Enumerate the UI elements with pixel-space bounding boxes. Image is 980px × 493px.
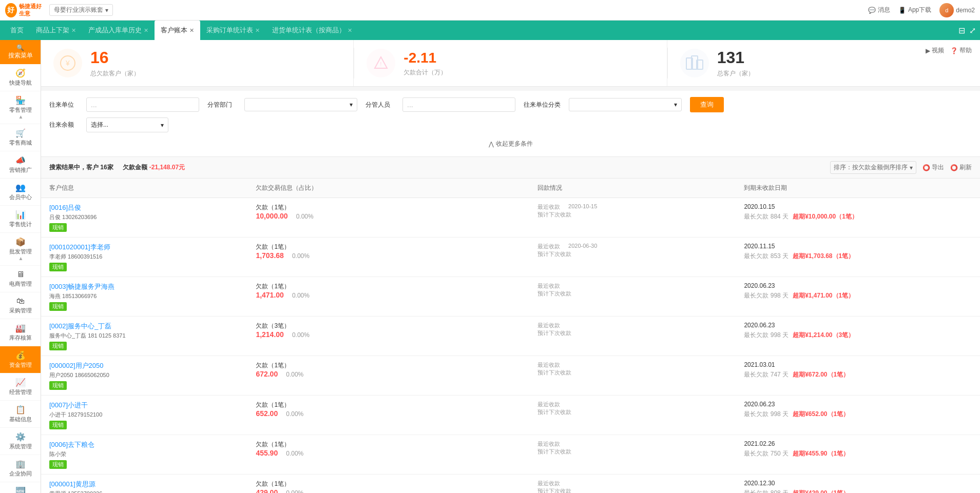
sidebar-item-retail-store[interactable]: 🛒 零售商城 <box>0 124 41 151</box>
debt-amount[interactable]: 429.00 <box>256 488 278 493</box>
customer-name[interactable]: [0003]畅捷服务尹海燕 <box>49 282 239 291</box>
debt-amount[interactable]: 652.00 <box>256 409 278 418</box>
sidebar-item-capital[interactable]: 💰 资金管理 <box>0 346 41 373</box>
sidebar-item-basic[interactable]: 📋 基础信息 <box>0 401 41 428</box>
help-link[interactable]: ❓ 帮助 <box>950 46 972 55</box>
customer-name[interactable]: [0001020001]李老师 <box>49 243 239 252</box>
overdue-amount[interactable]: 超期¥1,703.68（1笔） <box>793 252 854 261</box>
cell-payback: 最近收款 预计下次收款 <box>529 317 736 356</box>
tab-close-icon[interactable]: ✕ <box>255 27 260 34</box>
sort-select[interactable]: 排序：按欠款金额倒序排序 ▾ <box>830 161 916 174</box>
stat-content-1: 16 总欠款客户（家） <box>90 48 140 78</box>
video-link[interactable]: ▶ 视频 <box>926 46 944 55</box>
last-payment-label: 最近收款 <box>537 203 560 211</box>
last-payment-label: 最近收款 <box>537 480 560 487</box>
sidebar-item-guide[interactable]: 🆕 新手引导 <box>0 482 41 493</box>
total-debt-amount: -2.11 <box>403 50 447 66</box>
overdue-info: 最长欠款 747 天 超期¥672.00（1笔） <box>744 370 972 379</box>
customer-name[interactable]: [000001]黄思源 <box>49 480 239 489</box>
tab-home[interactable]: 首页 <box>4 21 30 40</box>
customer-tag: 现销 <box>49 421 67 429</box>
refresh-btn[interactable]: ⭕ 刷新 <box>950 163 972 172</box>
balance-select[interactable]: 选择... ▾ <box>86 117 168 132</box>
debt-amount[interactable]: 672.00 <box>256 370 278 378</box>
overdue-amount[interactable]: 超期¥672.00（1笔） <box>793 370 849 379</box>
query-button[interactable]: 查询 <box>690 97 724 112</box>
sidebar-search[interactable]: 🔍 搜索菜单 <box>0 40 41 64</box>
tab-purchase-stats[interactable]: 进货单统计表（按商品） ✕ <box>266 21 358 40</box>
chevron-down-icon: ▾ <box>674 101 677 108</box>
tab-production[interactable]: 产成品入库单历史 ✕ <box>82 21 155 40</box>
person-label: 分管人员 <box>366 101 394 109</box>
last-payment-date: 2020-10-15 <box>568 203 597 211</box>
col-customer-info: 客户信息 <box>41 179 247 198</box>
customer-name[interactable]: [0002]服务中心_丁磊 <box>49 322 239 331</box>
customer-name[interactable]: [000002]用户2050 <box>49 361 239 370</box>
debt-percent: 0.00% <box>296 213 314 220</box>
debt-amount[interactable]: 1,471.00 <box>256 291 284 299</box>
customer-phone: 小进干 18279152100 <box>49 411 239 419</box>
message-btn[interactable]: 💬 消息 <box>868 6 890 14</box>
debt-percent: 0.00% <box>292 331 310 339</box>
sidebar-item-system[interactable]: ⚙️ 系统管理 <box>0 428 41 455</box>
due-date: 2021.02.26 <box>744 440 972 447</box>
tab-close-icon[interactable]: ✕ <box>71 27 76 34</box>
customer-name[interactable]: [0016]吕俊 <box>49 203 239 212</box>
user-menu[interactable]: d demo2 <box>939 3 975 17</box>
next-payment-label: 预计下次收款 <box>537 290 727 298</box>
tab-close-icon[interactable]: ✕ <box>348 27 352 34</box>
shop-icon: 🏪 <box>15 95 26 105</box>
collapse-filter-btn[interactable]: ⋀ 收起更多条件 <box>49 137 972 150</box>
fullscreen-icon[interactable]: ⤢ <box>969 26 976 35</box>
overdue-amount[interactable]: 超期¥10,000.00（1笔） <box>793 212 858 221</box>
search-icon: 🔍 <box>3 44 37 51</box>
debt-amount[interactable]: 1,703.68 <box>256 251 284 260</box>
overdue-info: 最长欠款 998 天 超期¥1,214.00（3笔） <box>744 331 972 340</box>
table-row: [0007]小进干 小进干 18279152100 现销 欠款（1笔） 652.… <box>41 396 980 435</box>
overdue-amount[interactable]: 超期¥455.90（1笔） <box>793 449 849 458</box>
table-row: [0002]服务中心_丁磊 服务中心_丁磊 181 0125 8371 现销 欠… <box>41 317 980 356</box>
sidebar-item-retail-mgmt[interactable]: 🏪 零售管理 ▲ <box>0 91 41 124</box>
app-download-btn[interactable]: 📱 App下载 <box>898 6 931 14</box>
sidebar-item-member[interactable]: 👥 会员中心 <box>0 179 41 206</box>
tab-close-icon[interactable]: ✕ <box>144 27 148 34</box>
nav-actions: ⊟ ⤢ <box>958 26 976 35</box>
sidebar-item-purchase[interactable]: 🛍 采购管理 <box>0 292 41 319</box>
store-selector[interactable]: 母婴行业演示账套 ▾ <box>49 4 113 16</box>
person-input[interactable]: ... <box>402 97 515 112</box>
overdue-amount[interactable]: 超期¥1,471.00（1笔） <box>793 291 854 300</box>
sidebar-item-marketing[interactable]: 📣 营销推广 <box>0 151 41 179</box>
customer-name[interactable]: [0006]去下粮仓 <box>49 440 239 449</box>
sidebar-item-inventory[interactable]: 🏭 库存核算 <box>0 319 41 346</box>
debt-customer-count: 16 <box>90 48 140 67</box>
dept-select[interactable]: ▾ <box>244 98 357 111</box>
overdue-days: 最长欠款 884 天 <box>744 212 789 221</box>
debt-amount[interactable]: 1,214.00 <box>256 330 284 339</box>
from-unit-input[interactable]: ... <box>86 97 199 112</box>
unit-category-select[interactable]: ▾ <box>569 98 682 111</box>
debt-amount[interactable]: 455.90 <box>256 449 278 457</box>
tab-customer-account[interactable]: 客户账本 ✕ <box>155 21 200 40</box>
overdue-amount[interactable]: 超期¥1,214.00（3笔） <box>793 331 854 340</box>
debt-amount[interactable]: 10,000.00 <box>256 212 287 220</box>
collapse-nav-icon[interactable]: ⊟ <box>958 26 965 35</box>
tab-products[interactable]: 商品上下架 ✕ <box>30 21 82 40</box>
sidebar-item-business[interactable]: 📈 经营管理 <box>0 373 41 401</box>
sidebar-item-retail-stats[interactable]: 📊 零售统计 <box>0 206 41 233</box>
sidebar-item-batch-mgmt[interactable]: 📦 批发管理 ▲ <box>0 233 41 266</box>
payback-info: 最近收款 <box>537 322 727 329</box>
customer-tag: 现销 <box>49 302 67 311</box>
customer-name[interactable]: [0007]小进干 <box>49 401 239 410</box>
overdue-amount[interactable]: 超期¥652.00（1笔） <box>793 410 849 419</box>
svg-text:!: ! <box>380 62 382 67</box>
tab-purchase-order[interactable]: 采购订单统计表 ✕ <box>200 21 266 40</box>
sidebar-item-nav[interactable]: 🧭 快捷导航 <box>0 64 41 91</box>
sidebar-item-enterprise[interactable]: 🏢 企业协同 <box>0 455 41 482</box>
sidebar-item-ecommerce[interactable]: 🖥 电商管理 <box>0 266 41 292</box>
overdue-amount[interactable]: 超期¥429.00（1笔） <box>793 489 849 493</box>
export-btn[interactable]: ⭕ 导出 <box>923 163 944 172</box>
cell-payback: 最近收款 预计下次收款 <box>529 356 736 396</box>
tab-close-icon[interactable]: ✕ <box>189 27 194 34</box>
table-row: [000002]用户2050 用户2050 18665062050 现销 欠款（… <box>41 356 980 396</box>
customer-tag: 现销 <box>49 460 67 469</box>
